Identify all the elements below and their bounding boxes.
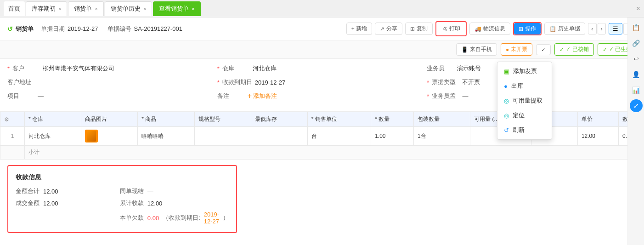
refresh-item[interactable]: ↺ 刷新 — [497, 123, 552, 137]
summary-total-value: 12.00 — [43, 188, 58, 195]
doc-meta: 单据日期 2019-12-27 单据编号 SA-20191227-001 — [41, 25, 182, 33]
col-warehouse: * 仓库 — [25, 112, 81, 127]
tab-view-sales[interactable]: 查看销货单 × — [153, 1, 200, 16]
summary-box: 收款信息 金额合计 12.00 同单现结 — 成交金额 12.00 累计收款 1… — [7, 165, 237, 233]
customer-label: 客户 — [12, 64, 40, 73]
add-invoice-icon: ▣ — [504, 68, 509, 75]
refresh-icon: ↺ — [504, 127, 509, 134]
operations-dropdown: ▣ 添加发票 ● 出库 ◎ 可用量提取 ◎ 定位 ↺ 刷新 — [497, 62, 552, 140]
due-date-label: 收款到期日 — [222, 78, 252, 86]
refresh-label: 刷新 — [513, 126, 525, 134]
tab-close-inventory[interactable]: × — [58, 6, 61, 11]
locate-label: 定位 — [513, 111, 525, 120]
summary-title: 收款信息 — [16, 173, 229, 182]
due-date-value: 2019-12-27 — [255, 79, 286, 86]
summary-cumulative-label: 累计收款 — [120, 199, 144, 207]
available-extract-item[interactable]: ◎ 可用量提取 — [497, 93, 552, 108]
sidebar-icon-doc[interactable]: 📋 — [630, 21, 643, 34]
history-icon: 📋 — [549, 26, 556, 32]
list-view-button[interactable]: ☰ — [609, 23, 622, 34]
sidebar-icon-user[interactable]: 👤 — [630, 68, 643, 81]
share-icon: ↗ — [380, 26, 384, 32]
product-image — [85, 130, 98, 142]
doc-date-label: 单据日期 — [41, 25, 65, 33]
doc-actions: + 新增 ↗ 分享 ⊞ 复制 🖨 打印 🚚 物流信息 ⊞ — [346, 21, 637, 36]
ops-highlight: ⊞ 操作 — [513, 22, 542, 35]
row-quantity: 1.00 — [371, 127, 414, 146]
tab-close-history[interactable]: × — [143, 6, 146, 11]
toolbar: 📱 来自手机 ● 未开票 ✓ ✓ ✓ 已核销 ✓ ✓ 已生效 — [0, 40, 644, 59]
col-unit-price: 单价 — [577, 112, 618, 127]
prev-button[interactable]: ‹ — [588, 23, 596, 34]
add-note-plus-icon: + — [248, 92, 252, 100]
settings-icon[interactable]: ⚙ — [4, 116, 9, 123]
warehouse-value: 河北仓库 — [253, 64, 277, 73]
tab-close-view-sales[interactable]: × — [192, 6, 194, 11]
print-area-outline: 🖨 打印 — [435, 21, 467, 36]
effective-check-icon: ✓ — [603, 46, 607, 53]
tab-inventory-init[interactable]: 库存期初 × — [26, 1, 67, 16]
project-field: 项目 — — [7, 92, 217, 100]
salesperson-label: 业务员孟 — [432, 92, 459, 100]
sidebar-icon-return[interactable]: ↩ — [630, 52, 643, 65]
customer-field: * 客户 柳州粤港平安气体有限公司 — [7, 64, 217, 73]
logistics-button[interactable]: 🚚 物流信息 — [469, 23, 510, 35]
col-min-stock: 最低库存 — [251, 112, 307, 127]
summary-owed-row: 本单欠款 0.00 （收款到期日: 2019-12-27 ） — [120, 211, 229, 225]
tab-close-sales[interactable]: × — [95, 6, 97, 11]
toolbar-right: 📱 来自手机 ● 未开票 ✓ ✓ ✓ 已核销 ✓ ✓ 已生效 — [456, 43, 637, 56]
col-sales-unit: * 销售单位 — [307, 112, 371, 127]
summary-owed-value: 0.00 — [147, 215, 159, 222]
tab-bar: 首页 库存期初 × 销货单 × 销货单历史 × 查看销货单 × × — [0, 0, 644, 17]
sold-check-icon: ✓ — [559, 46, 564, 53]
col-product-img: 商品图片 — [81, 112, 138, 127]
col-settings[interactable]: ⚙ — [0, 112, 25, 127]
salesperson-required: * — [427, 93, 429, 100]
sold-status[interactable]: ✓ ✓ 已核销 — [554, 43, 593, 56]
share-button[interactable]: ↗ 分享 — [375, 23, 402, 35]
subtotal-label: 小计 — [25, 146, 644, 160]
new-button[interactable]: + 新增 — [346, 23, 372, 35]
col-product: * 商品 — [138, 112, 194, 127]
address-label: 客户地址 — [7, 78, 35, 86]
summary-cumulative-row: 累计收款 12.00 — [120, 199, 229, 207]
ops-icon: ⊞ — [519, 26, 523, 32]
expand-icon[interactable]: ⤢ — [630, 99, 643, 112]
tab-sales-order[interactable]: 销货单 × — [68, 1, 103, 16]
outbound-item[interactable]: ● 出库 — [497, 79, 552, 93]
row-warehouse: 河北仓库 — [25, 127, 81, 146]
add-invoice-label: 添加发票 — [513, 67, 537, 75]
copy-button[interactable]: ⊞ 复制 — [405, 23, 433, 35]
close-window-button[interactable]: × — [636, 5, 640, 13]
row-unit-price: 12.00 — [577, 127, 618, 146]
tab-sales-history[interactable]: 销货单历史 × — [105, 1, 152, 16]
col-spec: 规格型号 — [194, 112, 251, 127]
warehouse-label: 仓库 — [222, 64, 250, 73]
row-num: 1 — [0, 127, 25, 146]
locate-item[interactable]: ◎ 定位 — [497, 108, 552, 123]
next-button[interactable]: › — [598, 23, 606, 34]
add-invoice-item[interactable]: ▣ 添加发票 — [497, 64, 552, 79]
address-value: — — [38, 79, 44, 86]
available-extract-label: 可用量提取 — [513, 97, 542, 105]
customer-value: 柳州粤港平安气体有限公司 — [43, 64, 114, 73]
due-date-required: * — [217, 79, 220, 86]
from-phone-button[interactable]: 📱 来自手机 — [456, 43, 497, 56]
check-icon: ✓ — [541, 46, 546, 53]
print-button[interactable]: 🖨 打印 — [437, 23, 465, 34]
history-button[interactable]: 📋 历史单据 — [544, 23, 585, 35]
sidebar-icon-link[interactable]: 🔗 — [630, 37, 643, 50]
remark-label: 备注 — [217, 92, 245, 100]
summary-owed-label: 本单欠款 — [120, 214, 144, 222]
sidebar-icon-chart[interactable]: 📊 — [630, 84, 643, 97]
summary-owed-note: （收款到期日: — [163, 214, 200, 222]
not-open-button[interactable]: ● 未开票 — [501, 43, 532, 56]
add-note-button[interactable]: + 添加备注 — [248, 92, 277, 100]
complete-icon-btn[interactable]: ✓ — [536, 44, 551, 55]
row-min-stock — [251, 127, 307, 146]
summary-same-order-row: 同单现结 — — [120, 187, 229, 195]
tab-home[interactable]: 首页 — [4, 1, 25, 16]
doc-date-field: 单据日期 2019-12-27 — [41, 25, 98, 33]
doc-title-text: 销货单 — [16, 25, 34, 33]
operations-button[interactable]: ⊞ 操作 — [514, 23, 541, 34]
